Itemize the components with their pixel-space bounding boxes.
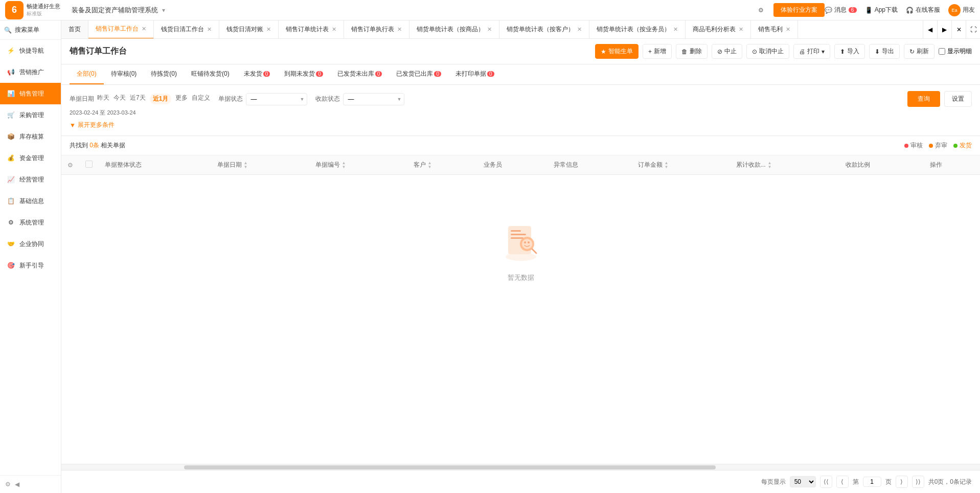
next-page-btn[interactable]: ⟩ xyxy=(896,476,908,488)
col-cumulative[interactable]: 累计收款... ▲▼ xyxy=(730,155,840,175)
column-settings-icon[interactable]: ⚙ xyxy=(67,162,73,169)
status-select[interactable]: — xyxy=(246,93,307,105)
filter-tab-3[interactable]: 旺铺待发货(0) xyxy=(184,64,237,84)
col-amount[interactable]: 订单金额 ▲▼ xyxy=(632,155,730,175)
tab-close-8[interactable]: ✕ xyxy=(673,26,678,33)
filter-tab-5[interactable]: 到期未发货0 xyxy=(277,64,330,84)
sidebar-item-10[interactable]: 🎯新手引导 xyxy=(0,255,61,276)
show-detail-label[interactable]: 显示明细 xyxy=(939,47,972,56)
tab-4[interactable]: 销售订单统计表✕ xyxy=(279,20,344,39)
col-number[interactable]: 单据编号 ▲▼ xyxy=(309,155,407,175)
reject-btn[interactable]: 弃审 xyxy=(929,141,947,150)
sidebar-item-4[interactable]: 📦库存核算 xyxy=(0,126,61,147)
app-download-btn[interactable]: 📱 App下载 xyxy=(865,6,898,14)
sort-number-icon[interactable]: ▲▼ xyxy=(342,161,346,169)
settings-icon[interactable]: ⚙ xyxy=(754,3,768,17)
show-detail-checkbox[interactable] xyxy=(939,48,945,55)
tab-close-2[interactable]: ✕ xyxy=(207,26,212,33)
tab-close-4[interactable]: ✕ xyxy=(332,26,336,33)
filter-tab-0[interactable]: 全部(0) xyxy=(70,64,104,84)
sort-date-icon[interactable]: ▲▼ xyxy=(244,161,248,169)
tab-prev-btn[interactable]: ◀ xyxy=(923,20,937,39)
filter-tab-8[interactable]: 未打印单据0 xyxy=(448,64,502,84)
tab-2[interactable]: 钱货日清工作台✕ xyxy=(154,20,219,39)
sidebar-item-2[interactable]: 📊销售管理 xyxy=(0,83,61,104)
sort-cumulative-icon[interactable]: ▲▼ xyxy=(768,161,772,169)
tab-10[interactable]: 销售毛利✕ xyxy=(751,20,798,39)
export-btn[interactable]: ⬇ 导出 xyxy=(869,44,900,59)
sidebar-item-9[interactable]: 🤝企业协同 xyxy=(0,233,61,255)
tab-close-3[interactable]: ✕ xyxy=(266,26,271,33)
sidebar-item-5[interactable]: 💰资金管理 xyxy=(0,147,61,169)
query-btn[interactable]: 查询 xyxy=(907,91,940,107)
filter-tab-2[interactable]: 待拣货(0) xyxy=(144,64,184,84)
sidebar-item-1[interactable]: 📢营销推广 xyxy=(0,61,61,83)
message-btn[interactable]: 💬 消息 6 xyxy=(825,6,857,14)
prev-page-btn[interactable]: ⟨ xyxy=(836,476,849,488)
sidebar-item-7[interactable]: 📋基础信息 xyxy=(0,190,61,212)
sidebar-item-0[interactable]: ⚡快捷导航 xyxy=(0,40,61,61)
filter-tab-6[interactable]: 已发货未出库0 xyxy=(330,64,390,84)
filter-tab-7[interactable]: 已发货已出库0 xyxy=(389,64,448,84)
tab-close-5[interactable]: ✕ xyxy=(397,26,402,33)
select-all-checkbox[interactable] xyxy=(85,161,93,168)
tab-1[interactable]: 销售订单工作台✕ xyxy=(88,20,154,39)
refresh-btn[interactable]: ↻ 刷新 xyxy=(904,44,935,59)
industry-btn[interactable]: 体验行业方案 xyxy=(773,3,825,17)
tab-fullscreen-btn[interactable]: ⛶ xyxy=(966,20,980,39)
last-page-btn[interactable]: ⟩⟩ xyxy=(912,476,924,488)
tab-5[interactable]: 销售订单执行表✕ xyxy=(344,20,409,39)
system-title-arrow-icon[interactable]: ▾ xyxy=(162,7,165,14)
sidebar-item-3[interactable]: 🛒采购管理 xyxy=(0,104,61,126)
tab-3[interactable]: 钱货日清对账✕ xyxy=(219,20,279,39)
tab-8[interactable]: 销货单统计表（按业务员）✕ xyxy=(589,20,686,39)
tab-6[interactable]: 销货单统计表（按商品）✕ xyxy=(409,20,499,39)
tab-close-1[interactable]: ✕ xyxy=(142,26,146,32)
tab-9[interactable]: 商品毛利分析表✕ xyxy=(686,20,751,39)
per-page-select[interactable]: 50 100 200 xyxy=(790,476,816,487)
horizontal-scrollbar[interactable] xyxy=(61,464,980,470)
tab-close-9[interactable]: ✕ xyxy=(739,26,743,33)
search-menu-btn[interactable]: 🔍 搜索菜单 xyxy=(0,20,61,40)
import-btn[interactable]: ⬆ 导入 xyxy=(834,44,865,59)
sidebar-item-6[interactable]: 📈经营管理 xyxy=(0,169,61,190)
expand-more-btn[interactable]: ▼ 展开更多条件 xyxy=(70,121,972,129)
date-custom[interactable]: 自定义 xyxy=(192,94,210,104)
filter-settings-btn[interactable]: 设置 xyxy=(944,91,972,107)
sort-customer-icon[interactable]: ▲▼ xyxy=(428,161,432,169)
sidebar-item-8[interactable]: ⚙系统管理 xyxy=(0,212,61,233)
tab-close-7[interactable]: ✕ xyxy=(577,26,582,33)
payment-select[interactable]: — xyxy=(343,93,404,105)
sort-amount-icon[interactable]: ▲▼ xyxy=(665,161,669,169)
scrollbar-thumb[interactable] xyxy=(184,465,716,469)
first-page-btn[interactable]: ⟨⟨ xyxy=(820,476,832,488)
gear-icon[interactable]: ⚙ xyxy=(5,481,11,488)
stop-btn[interactable]: ⊘ 中止 xyxy=(712,44,742,59)
add-btn[interactable]: + 新增 xyxy=(643,44,672,59)
filter-tab-4[interactable]: 未发货0 xyxy=(237,64,278,84)
filter-tab-1[interactable]: 待审核(0) xyxy=(104,64,144,84)
table-scroll-area[interactable]: ⚙ 单据整体状态 xyxy=(61,155,980,464)
cancel-stop-btn[interactable]: ⊙ 取消中止 xyxy=(746,44,789,59)
tab-7[interactable]: 销货单统计表（按客户）✕ xyxy=(499,20,589,39)
audit-btn[interactable]: 审核 xyxy=(904,141,923,150)
date-today[interactable]: 今天 xyxy=(113,94,126,104)
tab-next-btn[interactable]: ▶ xyxy=(937,20,951,39)
date-yesterday[interactable]: 昨天 xyxy=(97,94,109,104)
tab-close-all-btn[interactable]: ✕ xyxy=(951,20,966,39)
col-date[interactable]: 单据日期 ▲▼ xyxy=(211,155,309,175)
tab-0[interactable]: 首页 xyxy=(61,20,88,39)
delete-btn[interactable]: 🗑 删除 xyxy=(676,44,708,59)
date-7days[interactable]: 近7天 xyxy=(130,94,146,104)
print-btn[interactable]: 🖨 打印 ▾ xyxy=(793,44,830,59)
date-more[interactable]: 更多 xyxy=(175,94,188,104)
date-1month[interactable]: 近1月 xyxy=(150,94,172,104)
user-profile-btn[interactable]: Ea 用友 xyxy=(948,4,975,16)
smart-create-btn[interactable]: ★ 智能生单 xyxy=(595,44,639,59)
col-customer[interactable]: 客户 ▲▼ xyxy=(407,155,477,175)
ship-btn[interactable]: 发货 xyxy=(953,141,972,150)
tab-close-10[interactable]: ✕ xyxy=(786,26,790,33)
page-number-input[interactable] xyxy=(863,477,881,487)
tab-close-6[interactable]: ✕ xyxy=(487,26,492,33)
collapse-icon[interactable]: ◀ xyxy=(15,481,19,488)
